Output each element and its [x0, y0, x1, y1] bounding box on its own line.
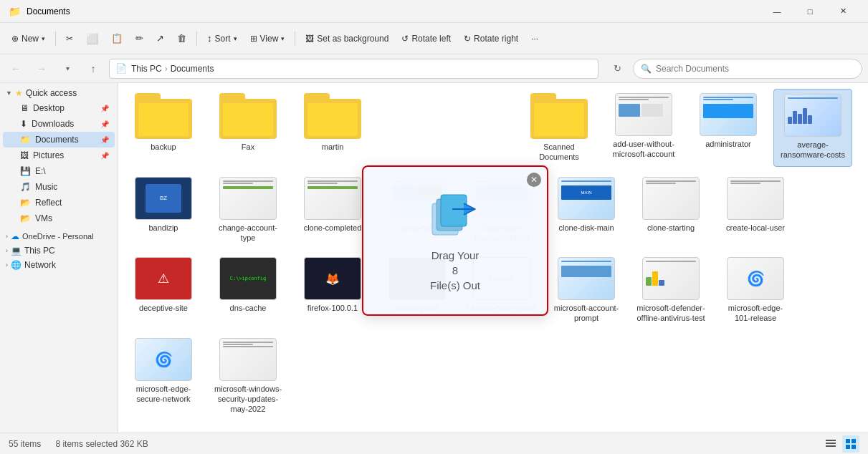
search-input[interactable]: [656, 64, 842, 74]
thumb-clone-completed: [304, 177, 361, 220]
file-name-administrator: administrator: [705, 139, 751, 149]
file-item-edge-secure[interactable]: 🌀 microsoft-edge-secure-network: [124, 334, 203, 419]
sidebar-item-pictures[interactable]: 🖼 Pictures 📌: [3, 148, 115, 163]
file-item-clone-starting[interactable]: clone-starting: [631, 173, 710, 248]
back-button[interactable]: ←: [6, 59, 26, 79]
thumb-ms-account: [558, 257, 615, 300]
new-button[interactable]: ⊕ New ▾: [6, 27, 51, 50]
sort-button[interactable]: ↕ Sort ▾: [201, 27, 243, 50]
thumb-ransomware: [784, 94, 841, 137]
breadcrumb-documents[interactable]: Documents: [171, 64, 214, 74]
file-name-win-security: microsoft-windows-security-updates-may-2…: [213, 384, 283, 415]
file-item-defender[interactable]: microsoft-defender-offline-antivirus-tes…: [631, 253, 710, 328]
forward-button[interactable]: →: [32, 59, 52, 79]
view-toggle-buttons: [822, 435, 859, 453]
sidebar-item-e-drive[interactable]: 💾 E:\: [3, 163, 115, 179]
reflect-icon: 📂: [20, 198, 31, 208]
sidebar-item-music[interactable]: 🎵 Music: [3, 179, 115, 195]
rename-button[interactable]: ✏: [130, 27, 149, 50]
close-button[interactable]: ✕: [826, 0, 859, 23]
pin-icon-documents: 📌: [100, 136, 109, 144]
file-item-clone-completed[interactable]: clone-completed: [293, 173, 372, 248]
set-as-background-button[interactable]: 🖼 Set as background: [300, 27, 394, 50]
cut-icon: ✂: [66, 34, 73, 44]
file-item-clone-disk-main[interactable]: MAIN clone-disk-main: [547, 173, 626, 248]
sidebar-label-documents: Documents: [35, 135, 79, 145]
more-button[interactable]: ···: [525, 27, 544, 50]
delete-icon: 🗑: [177, 33, 186, 44]
file-item-scanned-docs[interactable]: Scanned Documents: [520, 89, 598, 167]
file-name-dns: dns-cache: [230, 303, 267, 313]
up-button[interactable]: ↑: [83, 59, 103, 79]
sidebar-network-header[interactable]: › 🌐 Network: [0, 258, 118, 272]
details-view-button[interactable]: [822, 435, 839, 453]
delete-button[interactable]: 🗑: [171, 27, 192, 50]
file-item-ms-account[interactable]: microsoft-account-prompt: [547, 253, 626, 328]
file-item-administrator[interactable]: administrator: [689, 89, 768, 167]
drag-overlay: ✕ Drag Your 8 File(s) Out: [362, 165, 548, 316]
sidebar-item-documents[interactable]: 📁 Documents 📌: [3, 132, 115, 148]
thumb-deceptive: ⚠: [135, 257, 192, 300]
rotate-right-button[interactable]: ↻ Rotate right: [458, 27, 524, 50]
file-item-bandizip[interactable]: BZ bandizip: [124, 173, 203, 248]
sidebar-label-thispc: This PC: [24, 246, 55, 256]
address-path-icon: 📄: [115, 63, 127, 74]
chevron-right-icon-network: ›: [6, 261, 8, 269]
file-item-fax[interactable]: Fax: [209, 89, 287, 167]
thumb-edge-101: 🌀: [727, 257, 784, 300]
cut-button[interactable]: ✂: [60, 27, 79, 50]
file-item-martin[interactable]: martin: [293, 89, 372, 167]
file-item-edge-101[interactable]: 🌀 microsoft-edge-101-release: [716, 253, 795, 328]
file-name-edge-101: microsoft-edge-101-release: [720, 303, 791, 324]
rotate-left-button[interactable]: ↺ Rotate left: [396, 27, 457, 50]
recent-locations-button[interactable]: ▾: [57, 59, 77, 79]
file-name-add-user: add-user-without-microsoft-account: [609, 139, 679, 160]
pin-icon-pictures: 📌: [100, 152, 109, 160]
sidebar-thispc-header[interactable]: › 💻 This PC: [0, 243, 118, 258]
file-item-dns-cache[interactable]: C:\>ipconfig dns-cache: [209, 253, 287, 328]
sidebar-label-desktop: Desktop: [33, 103, 65, 113]
share-button[interactable]: ↗: [151, 27, 170, 50]
search-bar[interactable]: 🔍: [633, 59, 862, 79]
sidebar-quick-access-header[interactable]: ▼ ★ Quick access: [0, 86, 118, 100]
thumb-defender: [642, 257, 700, 300]
status-items-count: 55 items 8 items selected 362 KB: [9, 439, 148, 449]
sidebar-item-vms[interactable]: 📂 VMs: [3, 211, 115, 226]
file-item-ransomware[interactable]: average-ransomware-costs: [773, 89, 852, 167]
file-item-add-user[interactable]: add-user-without-microsoft-account: [604, 89, 683, 167]
address-bar[interactable]: 📄 This PC › Documents: [109, 59, 598, 79]
file-item-firefox[interactable]: 🦊 firefox-100.0.1: [293, 253, 372, 328]
pictures-icon: 🖼: [20, 150, 29, 160]
file-item-backup[interactable]: backup: [124, 89, 203, 167]
sidebar-item-downloads[interactable]: ⬇ Downloads 📌: [3, 116, 115, 132]
maximize-button[interactable]: □: [793, 0, 826, 23]
refresh-button[interactable]: ↻: [607, 59, 627, 79]
background-icon: 🖼: [305, 34, 314, 44]
folder-icon-martin: [304, 93, 361, 139]
toolbar: ⊕ New ▾ ✂ ⬜ 📋 ✏ ↗ 🗑 ↕ Sort ▾ ⊞ View ▾ 🖼 …: [0, 23, 868, 54]
sidebar-item-desktop[interactable]: 🖥 Desktop 📌: [3, 100, 115, 116]
view-button[interactable]: ⊞ View ▾: [244, 27, 291, 50]
sidebar-label-onedrive: OneDrive - Personal: [22, 232, 94, 241]
sidebar-item-reflect[interactable]: 📂 Reflect: [3, 195, 115, 211]
grid-view-button[interactable]: [842, 435, 859, 453]
file-item-create-local[interactable]: create-local-user: [716, 173, 795, 248]
rename-icon: ✏: [135, 33, 143, 44]
file-item-change-account[interactable]: change-account-type: [209, 173, 287, 248]
breadcrumb-this-pc[interactable]: This PC: [131, 64, 162, 74]
drag-close-button[interactable]: ✕: [527, 173, 541, 187]
file-name-clone-starting: clone-starting: [647, 223, 695, 233]
paste-button[interactable]: 📋: [105, 27, 128, 50]
sidebar-onedrive-header[interactable]: › ☁ OneDrive - Personal: [0, 229, 118, 243]
file-name-bandizip: bandizip: [149, 223, 178, 233]
music-icon: 🎵: [20, 182, 31, 192]
copy-icon: ⬜: [86, 33, 98, 44]
file-item-deceptive[interactable]: ⚠ deceptive-site: [124, 253, 203, 328]
separator-1: [55, 32, 56, 46]
folder-icon-backup: [135, 93, 192, 139]
minimize-button[interactable]: —: [760, 0, 793, 23]
view-icon: ⊞: [250, 34, 257, 44]
copy-button[interactable]: ⬜: [80, 27, 104, 50]
pin-icon-downloads: 📌: [100, 120, 109, 128]
file-item-win-security[interactable]: microsoft-windows-security-updates-may-2…: [209, 334, 287, 419]
